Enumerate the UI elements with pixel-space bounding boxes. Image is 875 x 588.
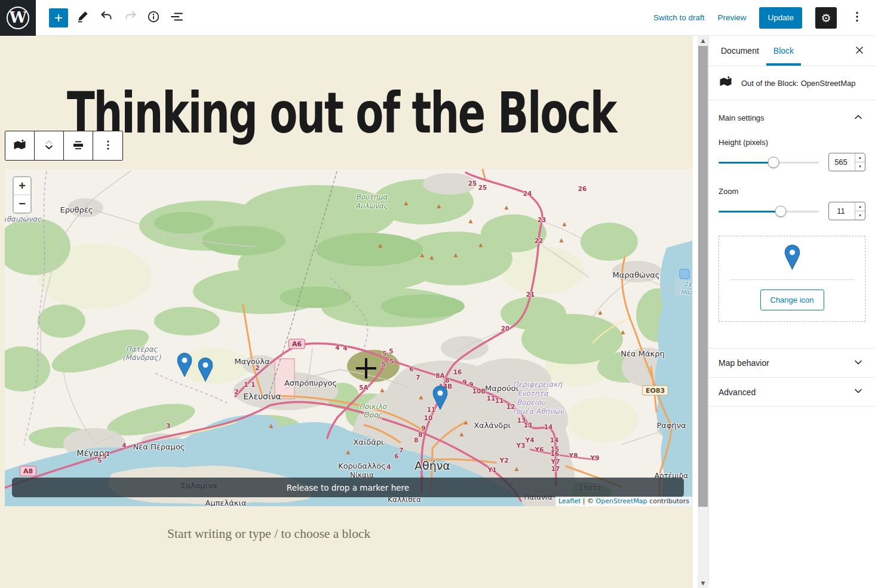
- peak-icon: ▲: [419, 394, 423, 400]
- road-number-label: Y1: [488, 466, 497, 473]
- road-number-label: 5: [381, 361, 385, 368]
- map-place-label: Ερυθρές: [60, 205, 93, 214]
- block-mover[interactable]: [35, 131, 64, 160]
- stepper-down-icon[interactable]: ▼: [855, 162, 865, 171]
- zoom-slider[interactable]: [719, 206, 819, 217]
- map-place-label: Νέα Πέραμος: [133, 442, 185, 451]
- height-slider-thumb[interactable]: [768, 157, 779, 168]
- details-button[interactable]: [146, 10, 161, 26]
- editor-top-bar: W + Switch to draft Preview Update: [0, 0, 875, 36]
- height-slider[interactable]: [719, 157, 819, 168]
- block-type-button[interactable]: [5, 131, 35, 160]
- block-toolbar: [5, 131, 123, 161]
- map-place-label: Αυλώνας: [355, 202, 388, 210]
- switch-to-draft-button[interactable]: Switch to draft: [653, 13, 705, 22]
- map-place-label: Βούτημα: [356, 193, 388, 201]
- zoom-input[interactable]: [829, 207, 853, 216]
- road-number-label: 3: [166, 422, 170, 429]
- drop-marker-hint: Release to drop a marker here: [287, 483, 409, 492]
- road-number-label: Y6: [535, 446, 544, 453]
- leaflet-link[interactable]: Leaflet: [558, 497, 581, 505]
- road-number-label: 17: [551, 465, 560, 472]
- map-place-label: Αθήνα: [415, 459, 450, 472]
- map-zoom-control: + −: [13, 176, 32, 214]
- road-number-label: 11: [487, 395, 496, 402]
- post-title[interactable]: Thinking out of the Block: [67, 81, 616, 146]
- block-card: Out of the Block: OpenStreetMap: [709, 66, 875, 100]
- map-place-label: Μαρ: [680, 289, 692, 295]
- zoom-in-button[interactable]: +: [14, 177, 30, 195]
- map-place-label: Ενότητα: [517, 389, 548, 398]
- main-settings-panel: Main settings Height (pixels) ▲ ▼: [709, 100, 875, 331]
- tab-block[interactable]: Block: [766, 36, 801, 66]
- road-number-label: Y8: [569, 452, 578, 459]
- map-marker-icon[interactable]: [198, 358, 213, 382]
- editor-scrollbar[interactable]: ▲ ▼: [698, 36, 708, 588]
- road-number-label: 5: [102, 452, 106, 460]
- preview-button[interactable]: Preview: [717, 13, 746, 22]
- road-shield: A8: [20, 466, 36, 476]
- peak-icon: ▲: [621, 329, 625, 335]
- advanced-title: Advanced: [719, 387, 756, 397]
- map-marker-icon[interactable]: [177, 353, 192, 377]
- map-place-label: Σχ: [684, 281, 692, 287]
- road-number-label: 5: [389, 347, 393, 355]
- peak-icon: ▲: [464, 419, 468, 425]
- road-number-label: 9: [462, 378, 466, 386]
- more-tools-button[interactable]: [850, 7, 864, 29]
- block-navigation-button[interactable]: [169, 10, 185, 26]
- editor-canvas[interactable]: Thinking out of the Block: [0, 36, 693, 588]
- map-marker-icon[interactable]: [433, 386, 448, 410]
- change-icon-button[interactable]: Change icon: [760, 290, 824, 310]
- undo-button[interactable]: [99, 10, 115, 26]
- height-control: Height (pixels) ▲ ▼: [719, 138, 865, 171]
- sidebar-tabs: Document Block: [709, 36, 875, 66]
- openstreetmap-block[interactable]: ΕρυθρέςΜαγούλαΑσπρόπυργοςΕλευσίναΜαρούσι…: [5, 169, 692, 506]
- paragraph-placeholder[interactable]: Start writing or type / to choose a bloc…: [167, 527, 549, 541]
- main-settings-toggle[interactable]: Main settings: [719, 110, 865, 126]
- scrollbar-thumb[interactable]: [698, 46, 708, 507]
- scroll-up-arrow[interactable]: ▲: [698, 36, 708, 45]
- peak-icon: ▲: [379, 242, 383, 248]
- redo-button[interactable]: [122, 10, 138, 26]
- tab-document[interactable]: Document: [714, 36, 766, 66]
- edit-tool-button[interactable]: [76, 10, 91, 26]
- wordpress-w-icon: W: [7, 7, 29, 29]
- stepper-up-icon[interactable]: ▲: [855, 202, 865, 211]
- settings-gear-button[interactable]: ⚙: [815, 7, 837, 29]
- map-behavior-toggle[interactable]: Map behavior: [709, 348, 875, 377]
- road-number-label: 4: [343, 344, 347, 352]
- marker-icon-box: Change icon: [719, 236, 865, 322]
- map-place-label: Χαλάνδρι: [474, 421, 511, 430]
- block-options-button[interactable]: [93, 131, 122, 160]
- road-number-label: 16: [551, 450, 560, 457]
- stepper-down-icon[interactable]: ▼: [855, 211, 865, 220]
- drop-marker-bar[interactable]: Release to drop a marker here: [12, 478, 684, 497]
- map-place-label: Χαϊδάρι: [353, 438, 383, 447]
- update-button[interactable]: Update: [759, 7, 802, 29]
- map-place-label: Κιθαιρώνας: [5, 215, 41, 223]
- zoom-slider-thumb[interactable]: [775, 206, 787, 217]
- zoom-out-button[interactable]: −: [14, 195, 30, 213]
- road-number-label: 11: [495, 397, 504, 404]
- alignment-button[interactable]: [64, 131, 93, 160]
- height-stepper: ▲ ▼: [855, 153, 865, 171]
- height-slider-fill: [719, 162, 773, 164]
- openstreetmap-link[interactable]: OpenStreetMap: [596, 497, 647, 505]
- wordpress-logo[interactable]: W: [0, 0, 36, 36]
- map-place-label: Ασπρόπυργος: [284, 378, 337, 387]
- block-inserter-button[interactable]: +: [49, 8, 68, 27]
- close-sidebar-button[interactable]: [849, 36, 870, 66]
- road-number-label: 22: [535, 237, 544, 244]
- road-number-label: 5: [97, 457, 102, 464]
- stepper-up-icon[interactable]: ▲: [855, 153, 865, 162]
- icon-box-divider: [730, 279, 854, 280]
- road-number-label: 7: [416, 374, 420, 381]
- road-number-label: Y9: [591, 454, 600, 461]
- peak-icon: ▲: [380, 387, 385, 393]
- advanced-toggle[interactable]: Advanced: [709, 377, 875, 407]
- map-place-label: Τομέα Αθηνών: [511, 407, 563, 415]
- height-input[interactable]: [829, 158, 853, 167]
- zoom-control: Zoom ▲ ▼: [719, 187, 865, 220]
- scroll-down-arrow[interactable]: ▼: [698, 578, 708, 588]
